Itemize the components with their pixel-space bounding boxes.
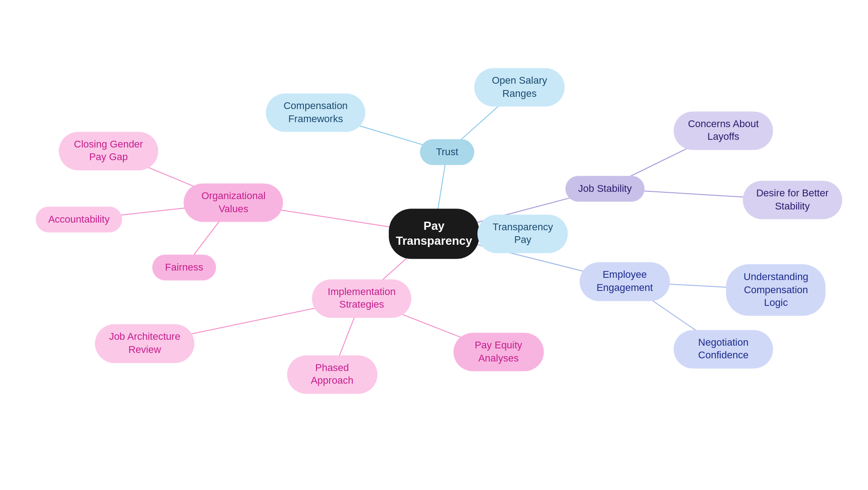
node-closing-gap: Closing Gender Pay Gap <box>59 132 158 170</box>
node-understanding-comp: Understanding Compensation Logic <box>726 264 826 316</box>
node-comp-frameworks: Compensation Frameworks <box>266 93 365 132</box>
node-trust: Trust <box>420 139 474 165</box>
mind-map-container: Pay TransparencyTrustOpen Salary RangesC… <box>0 0 868 490</box>
node-concerns-layoffs: Concerns About Layoffs <box>674 111 773 150</box>
node-emp-engagement: Employee Engagement <box>580 262 670 301</box>
node-desire-stability: Desire for Better Stability <box>743 181 842 219</box>
node-phased: Phased Approach <box>287 355 377 394</box>
node-impl-strategies: Implementation Strategies <box>312 279 411 318</box>
node-open-salary: Open Salary Ranges <box>474 68 565 106</box>
node-accountability: Accountability <box>36 207 123 233</box>
node-center: Pay Transparency <box>389 209 479 259</box>
node-job-arch: Job Architecture Review <box>95 324 194 363</box>
node-pay-equity: Pay Equity Analyses <box>453 333 544 371</box>
node-job-stability: Job Stability <box>566 176 645 202</box>
node-fairness: Fairness <box>152 255 216 281</box>
node-transparency-pay: Transparency Pay <box>477 214 568 253</box>
node-org-values: Organizational Values <box>184 184 283 222</box>
node-neg-confidence: Negotiation Confidence <box>674 330 773 368</box>
